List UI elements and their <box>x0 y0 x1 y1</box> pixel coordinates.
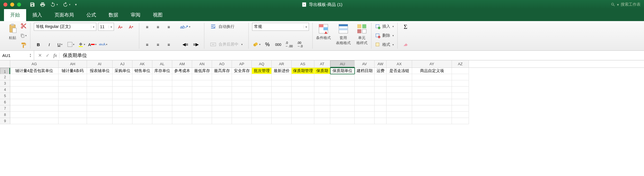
font-name-select[interactable]: 等线 Regular (正文)▾ <box>34 23 96 31</box>
cell-AH9[interactable] <box>59 118 87 124</box>
cell-AG8[interactable] <box>10 112 59 118</box>
cell-AT3[interactable] <box>314 80 330 87</box>
cell-AG3[interactable] <box>10 80 59 87</box>
autosum-icon[interactable]: Σ <box>401 23 410 31</box>
cell-AG6[interactable] <box>10 99 59 105</box>
cell-AR5[interactable] <box>272 93 292 99</box>
cell-AM3[interactable] <box>172 80 192 87</box>
cell-AR7[interactable] <box>272 105 292 112</box>
conditional-format-button[interactable]: 条件格式 <box>316 23 331 40</box>
cell-AI9[interactable] <box>87 118 113 124</box>
cell-AO1[interactable]: 最高库存 <box>212 68 232 74</box>
cell-AJ6[interactable] <box>113 99 132 105</box>
cell-AY3[interactable] <box>412 80 452 87</box>
tab-开始[interactable]: 开始 <box>4 9 26 21</box>
cell-AX2[interactable] <box>387 74 412 80</box>
cell-AS5[interactable] <box>292 93 314 99</box>
cell-AR6[interactable] <box>272 99 292 105</box>
cell-AZ8[interactable] <box>452 112 469 118</box>
cell-AI3[interactable] <box>87 80 113 87</box>
align-middle-icon[interactable]: ≡ <box>153 23 163 31</box>
font-color-button[interactable]: A▾ <box>88 40 97 48</box>
cell-AU5[interactable] <box>330 93 355 99</box>
cell-AK4[interactable] <box>132 87 152 93</box>
paste-button[interactable]: 粘贴 <box>7 23 18 40</box>
cell-AL7[interactable] <box>152 105 172 112</box>
bold-button[interactable]: B <box>34 40 43 48</box>
cell-AU1[interactable]: 保质期单位 <box>330 68 355 74</box>
cell-AI8[interactable] <box>87 112 113 118</box>
cell-AV5[interactable] <box>355 93 375 99</box>
cell-AQ9[interactable] <box>252 118 272 124</box>
decrease-decimal-icon[interactable]: .00→.0 <box>295 40 304 48</box>
cell-AI6[interactable] <box>87 99 113 105</box>
cell-AI5[interactable] <box>87 93 113 99</box>
cell-AS9[interactable] <box>292 118 314 124</box>
cell-AW1[interactable]: 运费 <box>375 68 387 74</box>
column-header-AX[interactable]: AX <box>387 60 412 67</box>
cell-AY9[interactable] <box>412 118 452 124</box>
cell-AW7[interactable] <box>375 105 387 112</box>
cell-AT9[interactable] <box>314 118 330 124</box>
cell-AN5[interactable] <box>192 93 212 99</box>
align-top-icon[interactable]: ≡ <box>143 23 152 31</box>
enter-formula-icon[interactable]: ✓ <box>46 53 49 58</box>
cell-AJ7[interactable] <box>113 105 132 112</box>
row-header-7[interactable]: 7 <box>0 105 10 112</box>
cell-AR8[interactable] <box>272 112 292 118</box>
cell-AK6[interactable] <box>132 99 152 105</box>
cell-AK7[interactable] <box>132 105 152 112</box>
format-as-table-button[interactable]: 套用 表格格式 <box>336 23 351 46</box>
cell-AP5[interactable] <box>232 93 252 99</box>
cell-AV6[interactable] <box>355 99 375 105</box>
cell-AH6[interactable] <box>59 99 87 105</box>
cell-AQ6[interactable] <box>252 99 272 105</box>
print-icon[interactable] <box>40 2 45 7</box>
cell-AH8[interactable] <box>59 112 87 118</box>
cell-AV9[interactable] <box>355 118 375 124</box>
row-header-5[interactable]: 5 <box>0 93 10 99</box>
cell-AX5[interactable] <box>387 93 412 99</box>
cell-AH5[interactable] <box>59 93 87 99</box>
number-format-select[interactable]: 常规▾ <box>252 23 309 31</box>
cell-AU4[interactable] <box>330 87 355 93</box>
column-header-AZ[interactable]: AZ <box>452 60 469 67</box>
cell-AP8[interactable] <box>232 112 252 118</box>
column-header-AG[interactable]: AG <box>10 60 59 67</box>
cell-AM5[interactable] <box>172 93 192 99</box>
column-header-AJ[interactable]: AJ <box>113 60 132 67</box>
fx-icon[interactable]: fx <box>53 53 59 58</box>
fill-color-button[interactable]: ▾ <box>77 40 86 48</box>
cell-AR1[interactable]: 最新进价 <box>272 68 292 74</box>
cell-AW4[interactable] <box>375 87 387 93</box>
column-header-AW[interactable]: AW <box>375 60 387 67</box>
cell-AH1[interactable]: 辅计量4条码 <box>59 68 87 74</box>
close-window-button[interactable] <box>3 3 7 7</box>
cell-AL1[interactable]: 库存单位 <box>152 68 172 74</box>
cell-AR3[interactable] <box>272 80 292 87</box>
search-sheet[interactable]: ▾ 搜索工作表 <box>611 2 641 7</box>
cell-AP6[interactable] <box>232 99 252 105</box>
cell-AN2[interactable] <box>192 74 212 80</box>
border-button[interactable]: ▾ <box>66 40 75 48</box>
row-header-3[interactable]: 3 <box>0 80 10 87</box>
column-header-AY[interactable]: AY <box>412 60 452 67</box>
select-all-corner[interactable] <box>0 60 10 67</box>
cell-AH7[interactable] <box>59 105 87 112</box>
cell-AP7[interactable] <box>232 105 252 112</box>
cell-AV8[interactable] <box>355 112 375 118</box>
tab-页面布局[interactable]: 页面布局 <box>48 9 80 21</box>
maximize-window-button[interactable] <box>17 3 21 7</box>
cell-AQ7[interactable] <box>252 105 272 112</box>
cell-AL9[interactable] <box>152 118 172 124</box>
clear-icon[interactable] <box>401 40 410 48</box>
cell-AG2[interactable] <box>10 74 59 80</box>
column-header-AM[interactable]: AM <box>172 60 192 67</box>
cell-AT6[interactable] <box>314 99 330 105</box>
wrap-text-button[interactable]: 自动换行 <box>208 23 245 31</box>
cell-AO6[interactable] <box>212 99 232 105</box>
cell-AS8[interactable] <box>292 112 314 118</box>
cell-AS1[interactable]: 保质期管理 <box>292 68 314 74</box>
cell-AY6[interactable] <box>412 99 452 105</box>
increase-font-icon[interactable]: A▴ <box>116 23 125 31</box>
